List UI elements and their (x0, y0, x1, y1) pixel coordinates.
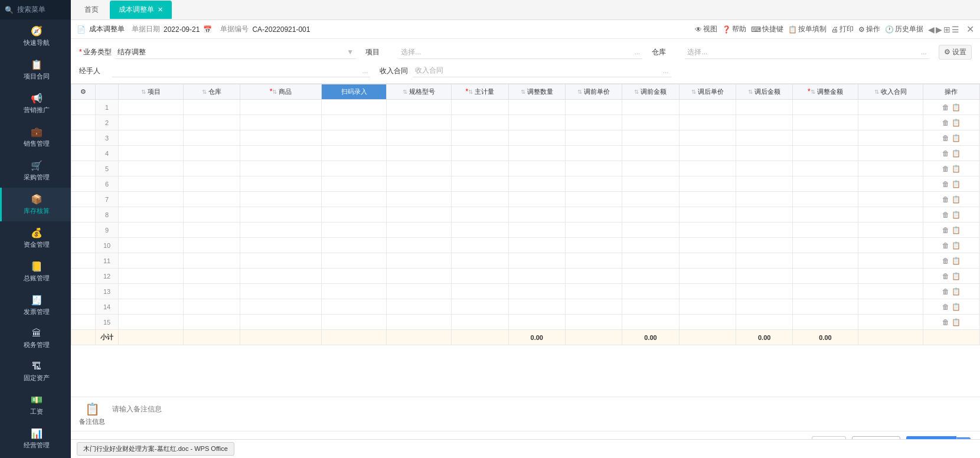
cell-income-7[interactable] (858, 192, 923, 207)
cell-unit-3[interactable] (452, 130, 508, 146)
cell-warehouse-9[interactable] (183, 223, 240, 238)
cell-adj-amount-11[interactable] (793, 253, 858, 269)
cell-pre-price-7[interactable] (565, 192, 622, 207)
settings-button[interactable]: ⚙ 设置 (939, 45, 972, 60)
cell-post-amount-6[interactable] (736, 176, 793, 192)
cell-warehouse-15[interactable] (183, 315, 240, 330)
cell-project-3[interactable] (118, 130, 183, 146)
cell-scan-11[interactable] (321, 253, 386, 269)
cell-goods-7[interactable] (240, 192, 322, 207)
cell-spec-15[interactable] (387, 315, 452, 330)
cell-income-5[interactable] (858, 161, 923, 176)
cell-scan-2[interactable] (321, 115, 386, 130)
cell-spec-14[interactable] (387, 299, 452, 315)
cell-post-amount-10[interactable] (736, 238, 793, 253)
cell-unit-6[interactable] (452, 176, 508, 192)
cell-scan-15[interactable] (321, 315, 386, 330)
toolbar-shortcuts[interactable]: ⌨ 快捷键 (751, 24, 783, 34)
notes-input[interactable] (110, 402, 972, 426)
cell-scan-9[interactable] (321, 223, 386, 238)
cell-post-price-8[interactable] (679, 207, 736, 223)
delete-icon[interactable]: 🗑 (942, 103, 949, 112)
delete-icon[interactable]: 🗑 (942, 257, 949, 265)
cell-pre-amount-14[interactable] (622, 299, 679, 315)
cell-project-15[interactable] (118, 315, 183, 330)
cell-scan-3[interactable] (321, 130, 386, 146)
cell-adj-amount-6[interactable] (793, 176, 858, 192)
cell-warehouse-12[interactable] (183, 269, 240, 284)
cell-project-14[interactable] (118, 299, 183, 315)
cell-post-amount-3[interactable] (736, 130, 793, 146)
cell-income-14[interactable] (858, 299, 923, 315)
sidebar-item-fixed-assets[interactable]: 🏗固定资产 (0, 355, 71, 388)
cell-warehouse-5[interactable] (183, 161, 240, 176)
cell-post-amount-7[interactable] (736, 192, 793, 207)
cell-unit-9[interactable] (452, 223, 508, 238)
sidebar-item-sales-promo[interactable]: 📢营销推广 (0, 87, 71, 120)
delete-icon[interactable]: 🗑 (942, 119, 949, 127)
cell-spec-8[interactable] (387, 207, 452, 223)
toolbar-view[interactable]: 👁 视图 (695, 24, 717, 34)
cell-adj-amount-10[interactable] (793, 238, 858, 253)
nav-grid[interactable]: ⊞ (943, 25, 950, 34)
cell-adj-qty-10[interactable] (508, 238, 565, 253)
cell-pre-price-11[interactable] (565, 253, 622, 269)
cell-pre-amount-9[interactable] (622, 223, 679, 238)
cell-pre-amount-4[interactable] (622, 146, 679, 161)
cell-goods-11[interactable] (240, 253, 322, 269)
cell-pre-price-4[interactable] (565, 146, 622, 161)
copy-icon[interactable]: 📋 (952, 211, 961, 219)
cell-pre-amount-5[interactable] (622, 161, 679, 176)
cell-project-8[interactable] (118, 207, 183, 223)
cell-spec-6[interactable] (387, 176, 452, 192)
toolbar-help[interactable]: ❓ 帮助 (722, 24, 746, 34)
cell-income-11[interactable] (858, 253, 923, 269)
cell-post-amount-9[interactable] (736, 223, 793, 238)
cell-pre-amount-13[interactable] (622, 284, 679, 299)
nav-list[interactable]: ☰ (952, 25, 959, 34)
col-income-header[interactable]: ⇅ 收入合同 (858, 84, 923, 100)
cell-adj-qty-13[interactable] (508, 284, 565, 299)
col-goods-header[interactable]: *⇅ 商品 (240, 84, 322, 100)
tab-home[interactable]: 首页 (76, 1, 107, 19)
cell-post-amount-11[interactable] (736, 253, 793, 269)
col-warehouse-header[interactable]: ⇅ 仓库 (183, 84, 240, 100)
col-postamount-header[interactable]: ⇅ 调后金额 (736, 84, 793, 100)
col-preamount-header[interactable]: ⇅ 调前金额 (622, 84, 679, 100)
delete-icon[interactable]: 🗑 (942, 134, 949, 142)
cell-adj-qty-3[interactable] (508, 130, 565, 146)
cell-warehouse-2[interactable] (183, 115, 240, 130)
cell-warehouse-14[interactable] (183, 299, 240, 315)
cell-adj-qty-11[interactable] (508, 253, 565, 269)
cell-adj-amount-2[interactable] (793, 115, 858, 130)
cell-income-1[interactable] (858, 100, 923, 115)
cell-pre-price-9[interactable] (565, 223, 622, 238)
delete-icon[interactable]: 🗑 (942, 287, 949, 296)
cell-spec-10[interactable] (387, 238, 452, 253)
delete-icon[interactable]: 🗑 (942, 211, 949, 219)
cell-adj-qty-9[interactable] (508, 223, 565, 238)
calendar-icon[interactable]: 📅 (203, 25, 212, 34)
cell-goods-8[interactable] (240, 207, 322, 223)
cell-scan-13[interactable] (321, 284, 386, 299)
cell-unit-14[interactable] (452, 299, 508, 315)
sidebar-item-quick-nav[interactable]: 🧭快速导航 (0, 19, 71, 53)
cell-post-price-10[interactable] (679, 238, 736, 253)
cell-adj-amount-14[interactable] (793, 299, 858, 315)
cell-goods-3[interactable] (240, 130, 322, 146)
copy-icon[interactable]: 📋 (952, 226, 961, 234)
cell-pre-amount-2[interactable] (622, 115, 679, 130)
sidebar-search[interactable]: 🔍 搜索菜单 (0, 0, 71, 19)
col-unit-header[interactable]: *⇅ 主计量 (452, 84, 508, 100)
cell-unit-8[interactable] (452, 207, 508, 223)
cell-pre-price-15[interactable] (565, 315, 622, 330)
project-value[interactable]: 选择... ... (398, 46, 642, 59)
cell-income-4[interactable] (858, 146, 923, 161)
copy-icon[interactable]: 📋 (952, 149, 961, 158)
cell-spec-12[interactable] (387, 269, 452, 284)
cell-unit-2[interactable] (452, 115, 508, 130)
copy-icon[interactable]: 📋 (952, 180, 961, 188)
cell-post-price-12[interactable] (679, 269, 736, 284)
cell-project-13[interactable] (118, 284, 183, 299)
delete-icon[interactable]: 🗑 (942, 195, 949, 204)
